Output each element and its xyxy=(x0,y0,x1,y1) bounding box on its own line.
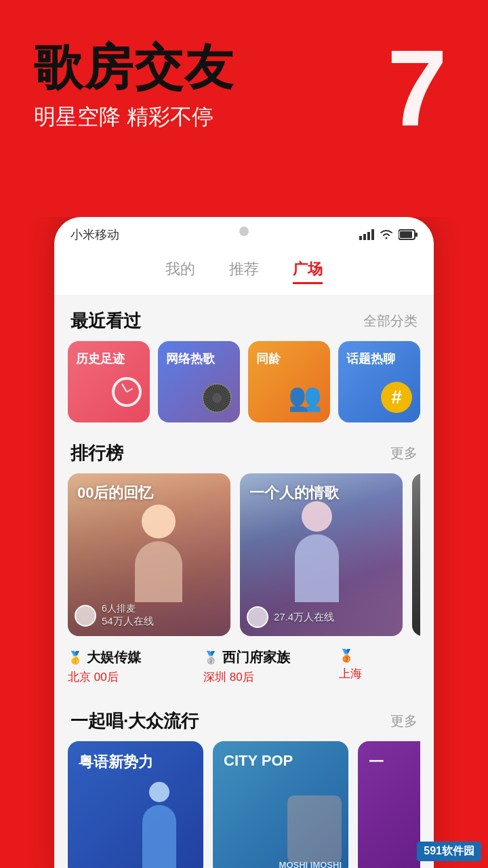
svg-rect-1 xyxy=(363,234,366,240)
ranking-card-2[interactable]: 一个人的情歌 27.4万人在线 xyxy=(240,473,403,636)
category-topic-label: 话题热聊 xyxy=(346,351,395,367)
people-icon: 👥 xyxy=(288,381,322,413)
status-bar: 小米移动 xyxy=(54,217,434,248)
recent-header: 最近看过 全部分类 xyxy=(68,296,420,341)
ranking-header: 排行榜 更多 xyxy=(68,428,420,473)
ranking-card-2-title: 一个人的情歌 xyxy=(249,483,339,503)
recent-title: 最近看过 xyxy=(70,309,141,333)
status-icons xyxy=(359,229,418,240)
carrier-text: 小米移动 xyxy=(70,226,119,243)
tab-square[interactable]: 广场 xyxy=(293,256,323,284)
category-hot-song[interactable]: 网络热歌 xyxy=(158,341,240,422)
room-name-row-1: 🥇 大娱传媒 xyxy=(68,648,194,667)
sing-label-citypop: CITY POP xyxy=(224,752,293,770)
cantonese-figure xyxy=(136,782,183,868)
ranking-title: 排行榜 xyxy=(70,441,123,465)
ranking-more[interactable]: 更多 xyxy=(390,444,418,462)
room-name-1[interactable]: 大娱传媒 xyxy=(87,648,141,667)
category-history-label: 历史足迹 xyxy=(76,351,125,367)
banner-number: 7 xyxy=(387,34,447,142)
sing-header: 一起唱·大众流行 更多 xyxy=(68,696,420,741)
room-name-2[interactable]: 西门府家族 xyxy=(222,648,290,667)
category-peers-label: 同龄 xyxy=(256,351,281,367)
room-name-row-3: 🥉 xyxy=(339,648,420,663)
signal-icon xyxy=(359,229,374,240)
rank-badge-2: 🥈 xyxy=(203,650,218,665)
ranking-card-2-bottom: 27.4万人在线 xyxy=(247,606,396,628)
category-peers[interactable]: 同龄 👥 xyxy=(248,341,330,422)
sing-label-third: 一 xyxy=(369,752,384,772)
sing-card-citypop[interactable]: CITY POP MOSHI IMOSHI xyxy=(213,741,348,868)
ranking-scroll: 00后的回忆 6人排麦 54万人在线 xyxy=(68,473,420,643)
ranking-queuing-1: 6人排麦 xyxy=(102,603,154,615)
room-info-2: 🥈 西门府家族 深圳 80后 xyxy=(203,648,329,685)
hash-icon: # xyxy=(381,382,412,413)
sing-label-cantonese: 粤语新势力 xyxy=(79,752,153,772)
svg-rect-6 xyxy=(415,233,418,237)
tab-recommend[interactable]: 推荐 xyxy=(229,256,259,284)
tab-mine[interactable]: 我的 xyxy=(165,256,195,284)
category-grid: 历史足迹 网络热歌 同龄 👥 xyxy=(68,341,420,428)
ranking-card-1[interactable]: 00后的回忆 6人排麦 54万人在线 xyxy=(68,473,230,636)
category-history[interactable]: 历史足迹 xyxy=(68,341,150,422)
content-area: 最近看过 全部分类 历史足迹 网络热歌 xyxy=(54,296,434,868)
svg-rect-0 xyxy=(359,236,362,240)
ranking-card-3[interactable]: 80后 xyxy=(412,473,420,636)
rank-badge-3: 🥉 xyxy=(339,648,354,663)
svg-rect-3 xyxy=(371,229,374,240)
svg-rect-5 xyxy=(400,231,412,238)
svg-rect-2 xyxy=(367,232,370,240)
clock-icon xyxy=(112,377,142,413)
rank-badge-1: 🥇 xyxy=(68,650,83,665)
room-info-1: 🥇 大娱传媒 北京 00后 xyxy=(68,648,194,685)
person-figure-1 xyxy=(135,505,182,602)
sing-title: 一起唱·大众流行 xyxy=(70,709,199,733)
category-topic[interactable]: 话题热聊 # xyxy=(338,341,420,422)
ranking-card-1-bottom: 6人排麦 54万人在线 xyxy=(75,603,224,628)
ranking-info-row: 🥇 大娱传媒 北京 00后 🥈 西门府家族 深圳 80后 🥉 xyxy=(68,643,420,696)
sing-scroll: 粤语新势力 CITY POP MOSHI IMOSHI xyxy=(68,741,420,868)
person-figure-2 xyxy=(295,501,339,602)
category-hot-song-label: 网络热歌 xyxy=(166,351,215,367)
phone-wrapper: 小米移动 xyxy=(0,217,488,868)
sing-card-third[interactable]: 一 xyxy=(358,741,420,868)
sing-more[interactable]: 更多 xyxy=(390,712,418,730)
tab-bar: 我的 推荐 广场 xyxy=(54,248,434,296)
room-tag-1: 北京 00后 xyxy=(68,669,194,685)
citypop-figure xyxy=(287,795,342,863)
phone-mockup: 小米移动 xyxy=(54,217,434,868)
battery-icon xyxy=(399,229,418,240)
room-name-row-2: 🥈 西门府家族 xyxy=(203,648,329,667)
room-tag-3: 上海 xyxy=(339,666,420,682)
recent-more[interactable]: 全部分类 xyxy=(363,312,418,330)
banner-section: 歌房交友 明星空降 精彩不停 7 xyxy=(0,0,488,217)
wifi-icon xyxy=(380,229,393,240)
room-tag-2: 深圳 80后 xyxy=(203,669,329,685)
ranking-online-2: 27.4万人在线 xyxy=(274,611,334,624)
vinyl-icon xyxy=(202,383,232,413)
ranking-card-1-title: 00后的回忆 xyxy=(77,483,153,503)
watermark: 591软件园 xyxy=(417,842,481,861)
room-info-3: 🥉 上海 xyxy=(339,648,420,685)
sing-card-cantonese[interactable]: 粤语新势力 xyxy=(68,741,203,868)
ranking-avatar-1 xyxy=(75,605,96,627)
ranking-online-1: 54万人在线 xyxy=(102,615,154,628)
ranking-avatar-2 xyxy=(247,606,268,628)
